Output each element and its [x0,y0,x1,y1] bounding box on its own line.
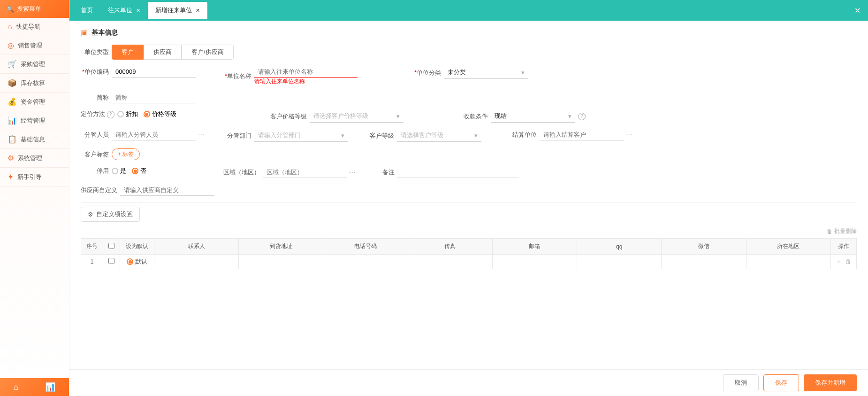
tabbar-close-button[interactable]: ✕ [851,4,864,17]
department-placeholder: 请输入分管部门 [258,131,301,140]
row-address[interactable] [239,255,323,269]
department-select[interactable]: 请输入分管部门 ▾ [254,129,348,142]
tab-add-partner-close[interactable]: ✕ [196,8,200,14]
batch-delete-area[interactable]: 🗑 批量删除 [81,227,857,235]
row-default-radio[interactable]: 默认 [125,257,149,266]
disabled-label: 停用 [81,167,109,175]
payment-terms-select[interactable]: 现结 ▾ [491,110,575,123]
sidebar: 🔍 搜索菜单 ⌂ 快捷导航 ◎ 销售管理 🛒 采购管理 📦 库存核算 💰 资金管… [0,0,69,396]
sidebar-item-guide[interactable]: ✦ 新手引导 [0,168,69,186]
custom-settings-button[interactable]: ⚙ 自定义项设置 [81,207,140,222]
radio-discount-label: 折扣 [126,110,138,118]
tab-home[interactable]: 首页 [73,2,100,19]
row-email[interactable] [492,255,577,269]
row-default-dot [129,260,132,264]
remark-field: 备注 [366,167,519,178]
add-tag-button[interactable]: + 标签 [112,148,140,160]
row-checkbox-input[interactable] [108,258,114,264]
manager-input[interactable] [112,129,196,140]
remark-input[interactable] [397,167,519,178]
select-all-checkbox[interactable] [108,243,114,249]
radio-price-level[interactable]: 价格等级 [144,110,176,118]
row-phone-input[interactable] [328,258,403,265]
row-wechat-input[interactable] [666,258,741,265]
row-fax[interactable] [408,255,492,269]
save-new-button[interactable]: 保存并新增 [804,374,857,391]
sidebar-item-label: 系统管理 [18,154,42,163]
sidebar-item-stock[interactable]: 📦 库存核算 [0,74,69,93]
sidebar-item-sales[interactable]: ◎ 销售管理 [0,36,69,55]
unit-type-row: 单位类型 客户 供应商 客户/供应商 [81,45,857,60]
manager-dots[interactable]: ··· [198,131,204,139]
row-region-input[interactable] [751,258,826,265]
row-qq-input[interactable] [582,258,656,265]
row-fax-input[interactable] [413,258,487,265]
unit-type-label: 单位类型 [81,48,109,56]
tab-partner-list-close[interactable]: ✕ [136,8,140,14]
radio-price-level-label: 价格等级 [152,110,176,118]
pricing-row: 定价方法 ? 折扣 价格等级 客户价格 [81,110,857,123]
settlement-input[interactable] [540,129,624,140]
radio-yes-label: 是 [120,167,126,175]
sidebar-item-basic-info[interactable]: 📋 基础信息 [0,130,69,149]
pricing-help-icon[interactable]: ? [107,111,114,118]
tab-partner-list[interactable]: 往来单位 ✕ [100,2,148,19]
section-header: ▣ 基本信息 [81,28,857,37]
radio-yes[interactable]: 是 [112,167,126,175]
pricing-method-field: 定价方法 ? 折扣 价格等级 [81,110,259,118]
save-button[interactable]: 保存 [763,374,799,391]
unit-btn-both[interactable]: 客户/供应商 [182,45,234,60]
region-input[interactable] [263,167,347,178]
customer-level-select[interactable]: 请选择客户等级 ▾ [397,129,481,142]
department-arrow: ▾ [341,132,344,139]
sidebar-bottom: ⌂ 📊 [0,378,69,396]
payment-terms-help-icon[interactable]: ? [578,113,586,120]
unit-btn-supplier[interactable]: 供应商 [144,45,182,60]
tab-partner-list-label: 往来单位 [108,6,132,15]
home-bottom-icon[interactable]: ⌂ [14,382,19,392]
supplier-custom-label: 供应商自定义 [81,186,117,194]
price-level-select[interactable]: 请选择客户价格等级 ▾ [310,110,404,123]
pricing-method-label: 定价方法 ? [81,110,114,118]
short-name-input[interactable] [112,92,196,103]
row-qq[interactable] [577,255,662,269]
row-add-icon[interactable]: ＋ [836,258,842,265]
row-address-input[interactable] [244,258,318,265]
radio-no-circle [132,168,138,174]
radio-discount[interactable]: 折扣 [117,110,138,118]
unit-category-field: *单位分类 未分类 ▾ [413,66,544,79]
basic-info-icon: 📋 [8,135,17,144]
row-delete-icon[interactable]: 🗑 [845,258,851,265]
sidebar-item-system[interactable]: ⚙ 系统管理 [0,149,69,168]
col-action: 操作 [830,239,856,255]
row-checkbox[interactable] [103,255,120,269]
row-email-input[interactable] [497,258,572,265]
settlement-label: 结算单位 [509,131,537,139]
sidebar-item-purchase[interactable]: 🛒 采购管理 [0,55,69,74]
unit-btn-customer[interactable]: 客户 [112,45,144,60]
settlement-dots[interactable]: ··· [626,131,632,139]
unit-code-input[interactable] [112,66,196,78]
sidebar-item-label: 资金管理 [21,98,45,106]
sidebar-item-quick-nav[interactable]: ⌂ 快捷导航 [0,18,69,36]
row-contact-input[interactable] [159,258,234,265]
sidebar-item-finance[interactable]: 💰 资金管理 [0,93,69,111]
chart-bottom-icon[interactable]: 📊 [45,382,55,392]
unit-name-input[interactable] [254,66,358,78]
short-name-row: 简称 [81,92,857,103]
sidebar-item-label: 销售管理 [18,41,42,50]
region-dots[interactable]: ··· [349,168,355,177]
row-phone[interactable] [323,255,408,269]
row-region[interactable] [746,255,830,269]
sidebar-item-operations[interactable]: 📊 经营管理 [0,111,69,130]
tab-add-partner[interactable]: 新增往来单位 ✕ [148,2,207,19]
region-wrap: ··· [263,167,355,178]
col-qq: qq [577,239,662,255]
radio-no[interactable]: 否 [132,167,146,175]
row-wechat[interactable] [662,255,746,269]
sidebar-search[interactable]: 🔍 搜索菜单 [0,0,69,18]
unit-category-select[interactable]: 未分类 ▾ [444,66,528,79]
supplier-custom-input[interactable] [120,185,214,196]
row-contact[interactable] [154,255,238,269]
cancel-button[interactable]: 取消 [723,374,759,391]
